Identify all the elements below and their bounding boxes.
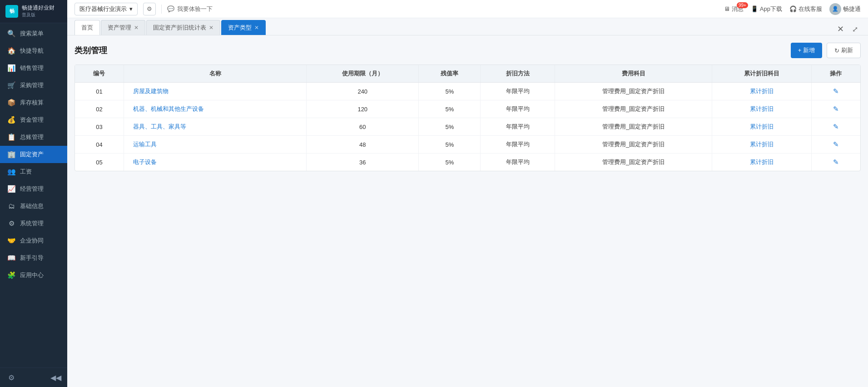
headset-icon: 🎧 [789,5,797,12]
row-accumulated[interactable]: 累计折旧 [712,136,811,154]
sidebar-item-capital[interactable]: 💰 资金管理 [0,111,67,129]
row-period: 36 [307,154,419,171]
notifications-button[interactable]: 🖥 消息 99+ [724,5,744,13]
row-name[interactable]: 房屋及建筑物 [124,83,306,100]
sidebar-item-label: 总账管理 [20,133,44,141]
page-content: 类别管理 + 新增 ↻ 刷新 编号名称使用期限（月）残值率折旧方法费用科目累计折… [67,35,868,387]
edit-button[interactable]: ✎ [811,154,860,171]
tab-label: 首页 [81,24,93,32]
app-download-button[interactable]: 📱 App下载 [751,5,782,13]
edit-button[interactable]: ✎ [811,136,860,154]
tabs-bar: 首页资产管理✕固定资产折旧统计表✕资产类型✕ ✕ ⤢ [67,18,868,35]
row-residual: 5% [419,118,481,136]
edit-button[interactable]: ✎ [811,100,860,118]
system-icon: ⚙ [7,219,15,228]
sidebar-item-label: 系统管理 [20,219,44,228]
table-column-header: 编号 [75,65,124,83]
tab-close-icon[interactable]: ✕ [209,25,213,31]
row-expense: 管理费用_固定资产折旧 [555,83,712,100]
sidebar-item-purchase[interactable]: 🛒 采购管理 [0,77,67,94]
refresh-label: 刷新 [841,46,853,55]
tab-asset-type[interactable]: 资产类型✕ [221,20,266,35]
tab-label: 资产管理 [108,24,131,32]
row-method: 年限平均 [481,83,555,100]
close-window-icon[interactable]: ✕ [834,23,846,35]
avatar: 👤 [829,3,841,15]
purchase-icon: 🛒 [7,81,15,89]
table-column-header: 累计折旧科目 [712,65,811,83]
row-method: 年限平均 [481,154,555,171]
topbar-settings-button[interactable]: ⚙ [143,3,156,15]
edit-button[interactable]: ✎ [811,118,860,136]
sidebar-item-label: 应用中心 [20,271,44,279]
sidebar-item-sales[interactable]: 📊 销售管理 [0,60,67,77]
page-actions: + 新增 ↻ 刷新 [791,43,861,58]
tab-home[interactable]: 首页 [74,20,100,35]
operations-icon: 📈 [7,185,15,193]
notification-icon: 🖥 [724,5,730,12]
refresh-icon: ↻ [834,47,839,54]
new-button[interactable]: + 新增 [791,43,822,58]
user-label: 畅捷通 [843,5,861,13]
table-column-header: 残值率 [419,65,481,83]
data-table: 编号名称使用期限（月）残值率折旧方法费用科目累计折旧科目操作 01房屋及建筑物2… [74,64,861,171]
edit-button[interactable]: ✎ [811,83,860,100]
row-id: 02 [75,100,124,118]
sidebar-collapse-icon[interactable]: ◀◀ [50,372,62,383]
phone-icon: 📱 [751,5,758,12]
row-period: 240 [307,83,419,100]
topbar-right: 🖥 消息 99+ 📱 App下载 🎧 在线客服 👤 畅捷通 [724,3,861,15]
row-period: 120 [307,100,419,118]
row-name[interactable]: 运输工具 [124,136,306,154]
sidebar-item-app-center[interactable]: 🧩 应用中心 [0,267,67,284]
row-name[interactable]: 电子设备 [124,154,306,171]
sidebar-item-quick-nav[interactable]: 🏠 快捷导航 [0,42,67,60]
row-name[interactable]: 器具、工具、家具等 [124,118,306,136]
tab-close-icon[interactable]: ✕ [134,25,139,31]
enterprise-icon: 🤝 [7,237,15,245]
experience-button[interactable]: 💬 我要体验一下 [167,5,213,13]
row-name[interactable]: 机器、机械和其他生产设备 [124,100,306,118]
row-accumulated[interactable]: 累计折旧 [712,154,811,171]
sidebar-item-search[interactable]: 🔍 搜索菜单 [0,25,67,42]
sidebar-settings-icon[interactable]: ⚙ [5,372,17,383]
sidebar-item-basic-info[interactable]: 🗂 基础信息 [0,198,67,215]
row-method: 年限平均 [481,118,555,136]
company-selector[interactable]: 医疗器械行业演示 ▾ [74,3,138,15]
row-id: 04 [75,136,124,154]
sidebar-item-system[interactable]: ⚙ 系统管理 [0,215,67,232]
sidebar-item-ledger[interactable]: 📋 总账管理 [0,129,67,146]
sidebar-header: 畅 畅捷通好业财 普及版 [0,0,67,23]
tab-label: 资产类型 [228,24,252,32]
sidebar-item-label: 库存核算 [20,99,44,107]
user-menu-button[interactable]: 👤 畅捷通 [829,3,861,15]
row-accumulated[interactable]: 累计折旧 [712,100,811,118]
tab-depreciation-table[interactable]: 固定资产折旧统计表✕ [146,20,220,35]
online-service-button[interactable]: 🎧 在线客服 [789,5,822,13]
tab-close-icon[interactable]: ✕ [254,25,259,31]
sidebar-item-guide[interactable]: 📖 新手引导 [0,249,67,267]
sidebar-item-label: 新手引导 [20,254,44,262]
sidebar-item-inventory[interactable]: 📦 库存核算 [0,94,67,111]
sidebar-item-enterprise[interactable]: 🤝 企业协同 [0,232,67,249]
table-row: 05电子设备365%年限平均管理费用_固定资产折旧累计折旧✎ [75,154,860,171]
online-service-label: 在线客服 [799,5,822,13]
tab-label: 固定资产折旧统计表 [153,24,206,32]
refresh-button[interactable]: ↻ 刷新 [827,43,861,58]
sidebar-item-label: 资金管理 [20,116,44,124]
row-accumulated[interactable]: 累计折旧 [712,118,811,136]
row-id: 01 [75,83,124,100]
row-id: 03 [75,118,124,136]
tab-asset-mgmt[interactable]: 资产管理✕ [101,20,145,35]
sidebar-item-fixed-assets[interactable]: 🏢 固定资产 [0,146,67,163]
row-accumulated[interactable]: 累计折旧 [712,83,811,100]
sidebar-item-label: 采购管理 [20,81,44,89]
expand-window-icon[interactable]: ⤢ [849,23,861,35]
sidebar-item-payroll[interactable]: 👥 工资 [0,163,67,180]
chat-icon: 💬 [167,5,174,12]
sidebar-item-label: 企业协同 [20,237,44,245]
table-column-header: 操作 [811,65,860,83]
sidebar-item-operations[interactable]: 📈 经营管理 [0,180,67,198]
row-residual: 5% [419,154,481,171]
row-method: 年限平均 [481,136,555,154]
